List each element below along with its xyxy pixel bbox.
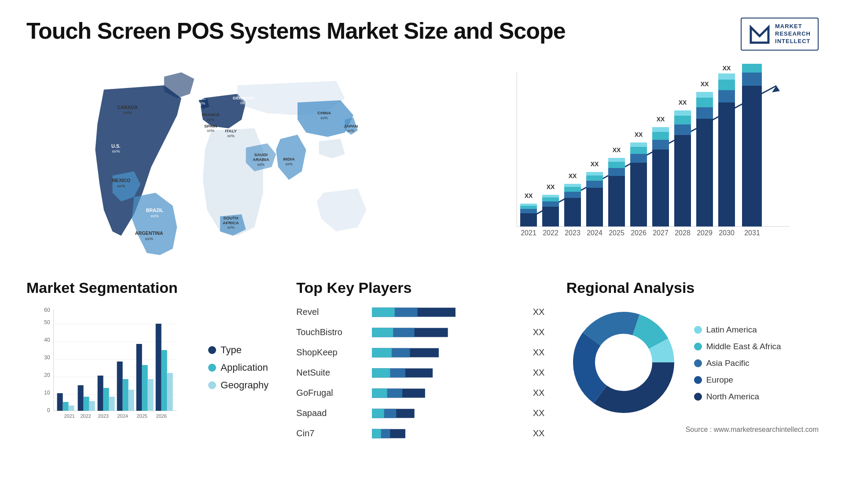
type-dot bbox=[208, 346, 216, 354]
asia-pacific-dot bbox=[694, 359, 702, 367]
player-name-shopkeep: ShopKeep bbox=[296, 347, 367, 358]
player-row-gofrugal: GoFrugal XX bbox=[296, 386, 548, 400]
player-xx-sapaad: XX bbox=[533, 408, 549, 418]
seg-legend: Type Application Geography bbox=[208, 344, 279, 391]
svg-text:2027: 2027 bbox=[653, 229, 669, 237]
world-map: CANADA xx% U.S. xx% MEXICO xx% BRAZIL xx… bbox=[26, 64, 452, 257]
svg-text:XX: XX bbox=[547, 183, 555, 190]
svg-text:INDIA: INDIA bbox=[283, 157, 295, 161]
svg-rect-121 bbox=[84, 397, 89, 411]
svg-rect-73 bbox=[674, 124, 691, 135]
svg-rect-39 bbox=[520, 206, 537, 209]
svg-line-35 bbox=[525, 86, 776, 220]
svg-rect-84 bbox=[718, 80, 735, 90]
svg-rect-58 bbox=[608, 168, 625, 176]
regional-wrap: Latin America Middle East & Africa Asia … bbox=[566, 305, 819, 421]
svg-rect-67 bbox=[652, 150, 669, 226]
svg-rect-136 bbox=[156, 324, 162, 411]
svg-rect-160 bbox=[372, 429, 381, 438]
svg-rect-52 bbox=[586, 188, 603, 226]
player-name-gofrugal: GoFrugal bbox=[296, 388, 367, 398]
svg-rect-43 bbox=[542, 201, 559, 207]
svg-rect-64 bbox=[630, 147, 647, 154]
svg-text:xx%: xx% bbox=[145, 236, 153, 241]
svg-text:U.K.: U.K. bbox=[197, 96, 206, 101]
svg-text:AFRICA: AFRICA bbox=[223, 220, 239, 225]
player-row-netsuite: NetSuite XX bbox=[296, 366, 548, 380]
svg-rect-118 bbox=[69, 405, 74, 411]
regional-area: Regional Analysis bbox=[566, 279, 819, 441]
svg-text:xx%: xx% bbox=[257, 162, 265, 166]
key-players-title: Top Key Players bbox=[296, 279, 548, 296]
regional-legend: Latin America Middle East & Africa Asia … bbox=[694, 325, 819, 402]
svg-text:2021: 2021 bbox=[521, 229, 536, 237]
donut-svg bbox=[566, 305, 681, 420]
svg-text:10: 10 bbox=[44, 390, 50, 396]
svg-text:XX: XX bbox=[591, 161, 599, 168]
svg-rect-45 bbox=[542, 195, 559, 197]
logo-text: MARKET RESEARCH INTELLECT bbox=[775, 23, 811, 45]
svg-text:2022: 2022 bbox=[543, 229, 558, 237]
svg-text:2030: 2030 bbox=[719, 229, 735, 237]
svg-rect-87 bbox=[742, 86, 762, 226]
svg-rect-89 bbox=[742, 64, 762, 73]
svg-text:SPAIN: SPAIN bbox=[204, 123, 217, 128]
svg-text:2026: 2026 bbox=[631, 229, 647, 237]
page: Touch Screen POS Systems Market Size and… bbox=[0, 0, 845, 504]
svg-text:SAUDI: SAUDI bbox=[254, 152, 268, 157]
svg-rect-40 bbox=[520, 204, 537, 206]
player-row-touchbistro: TouchBistro XX bbox=[296, 325, 548, 340]
svg-text:40: 40 bbox=[44, 337, 50, 343]
logo: MARKET RESEARCH INTELLECT bbox=[741, 18, 819, 51]
reg-item-north-america: North America bbox=[694, 392, 819, 402]
svg-text:xx%: xx% bbox=[227, 225, 235, 230]
application-dot bbox=[208, 364, 216, 372]
player-row-sapaad: Sapaad XX bbox=[296, 406, 548, 420]
svg-text:XX: XX bbox=[635, 131, 643, 138]
svg-text:xx%: xx% bbox=[285, 161, 293, 166]
svg-rect-117 bbox=[63, 402, 69, 411]
europe-dot bbox=[694, 376, 702, 384]
latin-america-dot bbox=[694, 326, 702, 334]
key-players-area: Top Key Players Revel XX TouchBistro bbox=[296, 279, 548, 441]
legend-type-label: Type bbox=[220, 344, 242, 356]
player-name-revel: Revel bbox=[296, 307, 367, 317]
svg-text:xx%: xx% bbox=[347, 128, 355, 133]
svg-rect-122 bbox=[89, 401, 95, 411]
svg-text:xx%: xx% bbox=[227, 134, 235, 138]
svg-rect-50 bbox=[564, 184, 581, 187]
header: Touch Screen POS Systems Market Size and… bbox=[26, 18, 819, 51]
svg-text:2028: 2028 bbox=[675, 229, 691, 237]
svg-text:ARABIA: ARABIA bbox=[253, 157, 269, 162]
svg-rect-69 bbox=[652, 132, 669, 140]
svg-rect-124 bbox=[98, 376, 103, 411]
source-text: Source : www.marketresearchintellect.com bbox=[566, 426, 819, 434]
svg-point-166 bbox=[595, 334, 652, 391]
svg-rect-57 bbox=[608, 176, 625, 226]
svg-rect-82 bbox=[718, 102, 735, 226]
segmentation-area: Market Segmentation 0 10 20 30 40 50 bbox=[26, 279, 279, 441]
svg-text:2031: 2031 bbox=[744, 229, 760, 237]
svg-rect-37 bbox=[520, 213, 537, 226]
svg-text:xx%: xx% bbox=[240, 101, 247, 105]
legend-item-application: Application bbox=[208, 362, 279, 373]
player-bar-touchbistro bbox=[372, 325, 524, 340]
regional-title: Regional Analysis bbox=[566, 279, 819, 296]
svg-rect-48 bbox=[564, 192, 581, 198]
top-section: CANADA xx% U.S. xx% MEXICO xx% BRAZIL xx… bbox=[26, 64, 819, 257]
svg-text:SOUTH: SOUTH bbox=[223, 215, 238, 220]
svg-rect-80 bbox=[696, 92, 713, 98]
asia-pacific-label: Asia Pacific bbox=[706, 358, 749, 368]
svg-rect-54 bbox=[586, 175, 603, 181]
svg-text:XX: XX bbox=[701, 80, 709, 88]
svg-rect-75 bbox=[674, 110, 691, 116]
player-row-shopkeep: ShopKeep XX bbox=[296, 346, 548, 360]
svg-text:2021: 2021 bbox=[64, 413, 74, 419]
legend-item-geography: Geography bbox=[208, 380, 279, 391]
svg-text:xx%: xx% bbox=[124, 110, 132, 115]
svg-text:0: 0 bbox=[47, 407, 50, 413]
svg-rect-68 bbox=[652, 140, 669, 150]
players-list: Revel XX TouchBistro bbox=[296, 305, 548, 441]
growth-bar-chart: XX XX XX XX bbox=[470, 64, 819, 257]
svg-text:2023: 2023 bbox=[98, 413, 108, 419]
